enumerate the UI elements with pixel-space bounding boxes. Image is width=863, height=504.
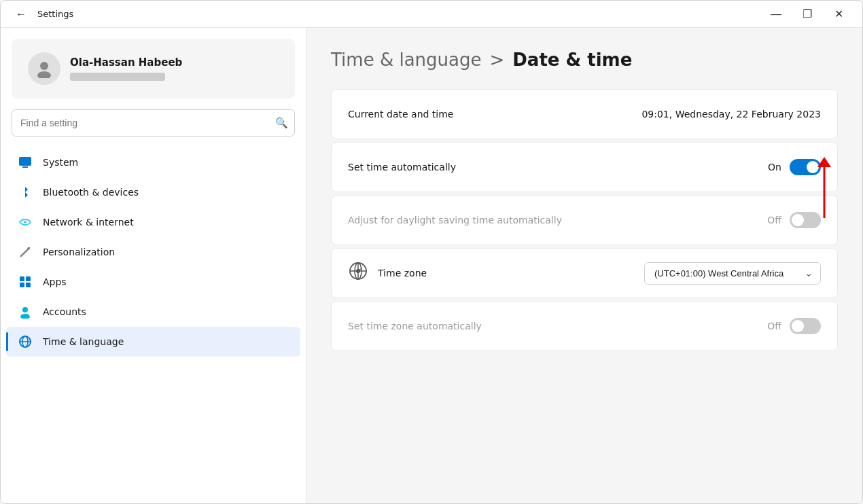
window-title: Settings	[37, 9, 73, 19]
svg-rect-2	[19, 157, 31, 166]
avatar	[28, 52, 60, 85]
svg-point-12	[20, 314, 30, 319]
search-box: 🔍	[12, 109, 295, 137]
settings-window: ← Settings — ❐ ✕ Ola-Hassan Habeeb	[0, 0, 863, 504]
timezone-select-wrapper: (UTC+01:00) West Central Africa	[644, 262, 821, 285]
sidebar-item-accounts[interactable]: Accounts	[6, 297, 300, 327]
set-timezone-auto-slider	[790, 318, 821, 334]
current-datetime-value: 09:01, Wednesday, 22 February 2023	[641, 109, 821, 120]
sidebar-item-apps-label: Apps	[43, 276, 67, 287]
set-time-auto-label: Set time automatically	[348, 162, 456, 173]
user-card[interactable]: Ola-Hassan Habeeb	[12, 39, 295, 98]
current-datetime-label: Current date and time	[348, 109, 453, 120]
apps-icon	[17, 274, 33, 290]
sidebar-item-time-language[interactable]: Time & language	[6, 327, 300, 357]
search-icon: 🔍	[275, 117, 288, 129]
sidebar-item-bluetooth-label: Bluetooth & devices	[43, 187, 139, 198]
nav-list: System Bluetooth & devices	[1, 142, 306, 362]
svg-point-6	[27, 247, 30, 250]
current-datetime-row: Current date and time 09:01, Wednesday, …	[348, 90, 821, 139]
sidebar-item-bluetooth[interactable]: Bluetooth & devices	[6, 177, 300, 207]
close-button[interactable]: ✕	[823, 3, 854, 25]
sidebar-item-time-language-label: Time & language	[43, 336, 124, 347]
set-timezone-auto-row: Set time zone automatically Off	[348, 302, 821, 350]
svg-rect-8	[26, 276, 31, 281]
network-icon	[17, 214, 33, 230]
personalization-icon	[17, 244, 33, 260]
daylight-saving-label: Adjust for daylight saving time automati…	[348, 215, 562, 226]
maximize-button[interactable]: ❐	[792, 3, 823, 25]
sidebar-item-system[interactable]: System	[6, 147, 300, 177]
svg-rect-10	[26, 283, 31, 287]
timezone-row: Time zone (UTC+01:00) West Central Afric…	[348, 249, 821, 298]
back-button[interactable]: ←	[12, 5, 31, 23]
current-datetime-card: Current date and time 09:01, Wednesday, …	[331, 89, 838, 139]
page-header: Time & language > Date & time	[331, 50, 838, 70]
daylight-saving-control: Off	[767, 212, 821, 228]
title-bar-left: ← Settings	[12, 5, 73, 23]
sidebar: Ola-Hassan Habeeb 🔍 System	[1, 28, 306, 503]
content-area: Time & language > Date & time Current da…	[306, 28, 862, 503]
set-time-auto-card: Set time automatically On	[331, 142, 838, 192]
set-timezone-auto-toggle[interactable]	[790, 318, 821, 334]
search-input[interactable]	[12, 109, 295, 137]
set-time-auto-toggle[interactable]	[790, 159, 821, 175]
svg-rect-3	[22, 166, 28, 168]
breadcrumb-parent: Time & language	[331, 50, 481, 70]
title-bar: ← Settings — ❐ ✕	[1, 1, 862, 28]
svg-rect-7	[20, 276, 24, 281]
sidebar-item-accounts-label: Accounts	[43, 306, 86, 317]
svg-point-1	[37, 71, 51, 78]
set-time-auto-toggle-label: On	[768, 162, 781, 173]
set-time-auto-row: Set time automatically On	[348, 143, 821, 192]
timezone-select[interactable]: (UTC+01:00) West Central Africa	[644, 262, 821, 285]
sidebar-item-network-label: Network & internet	[43, 217, 134, 228]
breadcrumb-separator: >	[489, 50, 504, 70]
user-name: Ola-Hassan Habeeb	[70, 56, 182, 69]
timezone-label-area: Time zone	[348, 261, 427, 285]
svg-point-0	[40, 62, 48, 70]
content-wrapper: Time & language > Date & time Current da…	[331, 50, 838, 351]
svg-rect-9	[20, 283, 24, 287]
sidebar-item-network[interactable]: Network & internet	[6, 207, 300, 237]
daylight-saving-row: Adjust for daylight saving time automati…	[348, 196, 821, 245]
set-timezone-auto-card: Set time zone automatically Off	[331, 301, 838, 351]
time-language-icon	[17, 334, 33, 350]
accounts-icon	[17, 304, 33, 320]
daylight-saving-slider	[790, 212, 821, 228]
minimize-button[interactable]: —	[760, 3, 792, 25]
daylight-saving-toggle[interactable]	[790, 212, 821, 228]
daylight-saving-toggle-label: Off	[767, 215, 781, 226]
bluetooth-icon	[17, 184, 33, 200]
set-time-auto-slider	[790, 159, 821, 175]
svg-point-4	[24, 221, 27, 223]
set-timezone-auto-label: Set time zone automatically	[348, 321, 482, 331]
timezone-label: Time zone	[378, 268, 427, 278]
timezone-icon	[348, 261, 368, 285]
main-layout: Ola-Hassan Habeeb 🔍 System	[1, 28, 862, 503]
sidebar-item-apps[interactable]: Apps	[6, 267, 300, 297]
svg-point-11	[22, 307, 28, 312]
sidebar-item-personalization-label: Personalization	[43, 247, 115, 257]
sidebar-item-system-label: System	[43, 157, 78, 168]
sidebar-item-personalization[interactable]: Personalization	[6, 237, 300, 267]
window-controls: — ❐ ✕	[760, 3, 854, 25]
user-info: Ola-Hassan Habeeb	[70, 56, 182, 81]
set-timezone-auto-toggle-label: Off	[767, 321, 781, 331]
daylight-saving-card: Adjust for daylight saving time automati…	[331, 195, 838, 245]
system-icon	[17, 154, 33, 170]
user-sub-text	[70, 73, 165, 81]
timezone-card: Time zone (UTC+01:00) West Central Afric…	[331, 248, 838, 298]
set-time-auto-control: On	[768, 159, 821, 175]
breadcrumb-current: Date & time	[512, 50, 632, 70]
set-timezone-auto-control: Off	[767, 318, 821, 334]
